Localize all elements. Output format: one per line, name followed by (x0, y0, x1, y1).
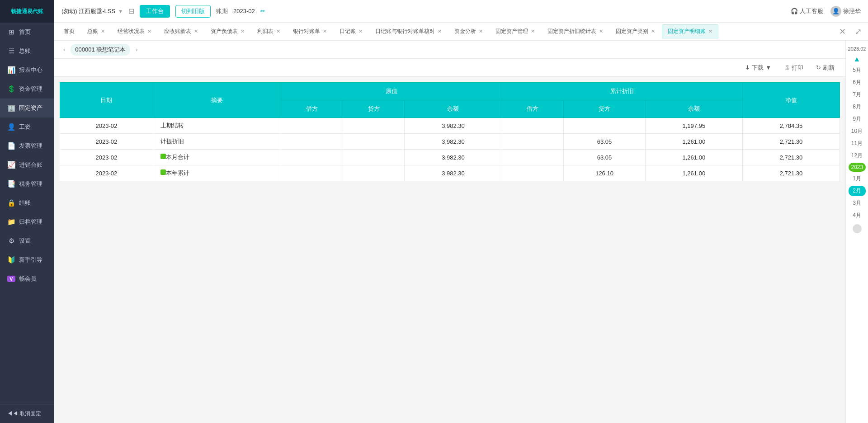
nav-prev-arrow[interactable]: ‹ (61, 44, 67, 55)
download-button[interactable]: ⬇ 下载 ▼ (741, 62, 775, 74)
archive-icon: 📁 (7, 218, 15, 226)
cell-date: 2023-02 (60, 150, 153, 165)
cell-orig-credit (343, 118, 405, 134)
tab-journal-bank[interactable]: 日记账与银行对账单核对 ✕ (369, 24, 448, 38)
tab-close-bank[interactable]: ✕ (323, 28, 327, 34)
period-edit-icon[interactable]: ✏ (260, 8, 265, 14)
right-panel-month-5[interactable]: 5月 (849, 65, 866, 75)
sidebar-footer-unpin[interactable]: ◀◀ 取消固定 (0, 404, 54, 423)
tab-fixed-type[interactable]: 固定资产类别 ✕ (610, 24, 661, 38)
right-panel-month-2[interactable]: 2月 (849, 186, 866, 196)
tab-close-fixed-mgmt[interactable]: ✕ (531, 28, 535, 34)
tab-close-fixed-type[interactable]: ✕ (651, 28, 655, 34)
breadcrumb-asset[interactable]: 000001 联想笔记本 (71, 44, 130, 56)
tab-capital[interactable]: 资金分析 ✕ (448, 24, 489, 38)
sidebar-item-close[interactable]: 🔒 结账 (0, 193, 54, 212)
right-panel-month-8[interactable]: 8月 (849, 102, 866, 112)
refresh-button[interactable]: ↻ 刷新 (812, 62, 838, 74)
cell-orig-credit (343, 134, 405, 150)
right-panel-month-10[interactable]: 10月 (849, 126, 866, 136)
tab-home[interactable]: 首页 (58, 24, 80, 38)
th-summary: 摘要 (153, 83, 281, 118)
cell-orig-credit (343, 150, 405, 165)
sidebar-item-sales[interactable]: 📈 进销台账 (0, 155, 54, 174)
tab-fixed-detail[interactable]: 固定资产明细账 ✕ (662, 24, 718, 38)
tab-close-fixed-detail[interactable]: ✕ (708, 28, 712, 34)
right-panel-month-6[interactable]: 6月 (849, 77, 866, 88)
tab-close-fixed-depr[interactable]: ✕ (599, 28, 603, 34)
sidebar-item-home[interactable]: ⊞ 首页 (0, 23, 54, 42)
tab-close-receivable[interactable]: ✕ (194, 28, 198, 34)
salary-icon: 👤 (7, 123, 15, 131)
right-panel-month-12[interactable]: 12月 (849, 150, 866, 161)
tab-close-all-btn[interactable]: ✕ (836, 26, 849, 38)
right-panel-month-7[interactable]: 7月 (849, 89, 866, 100)
th-orig-balance: 余额 (405, 100, 502, 118)
switch-old-button[interactable]: 切到旧版 (175, 5, 211, 18)
settings-icon: ⚙ (7, 237, 15, 245)
sidebar-item-invoice[interactable]: 📄 发票管理 (0, 136, 54, 155)
tab-fixed-mgmt[interactable]: 固定资产管理 ✕ (490, 24, 541, 38)
cell-orig-credit (343, 165, 405, 181)
tab-close-journal-bank[interactable]: ✕ (438, 28, 442, 34)
right-panel-month-3[interactable]: 3月 (849, 198, 866, 208)
cell-summary: 上期结转 (153, 118, 281, 134)
sidebar-item-guide[interactable]: 🔰 新手引导 (0, 250, 54, 269)
tabbar: 首页 总账 ✕ 经营状况表 ✕ 应收账龄表 ✕ 资产负债表 ✕ 利润表 ✕ 银行… (54, 23, 868, 41)
cell-orig-balance: 3,982.30 (405, 150, 502, 165)
copy-icon[interactable]: ⊟ (128, 7, 134, 15)
tab-profit[interactable]: 利润表 ✕ (251, 24, 286, 38)
right-panel-month-9[interactable]: 9月 (849, 114, 866, 124)
sidebar-item-settings[interactable]: ⚙ 设置 (0, 231, 54, 250)
tab-bank[interactable]: 银行对账单 ✕ (287, 24, 333, 38)
home-icon: ⊞ (7, 28, 15, 36)
cell-accum-balance: 1,261.00 (645, 134, 742, 150)
tab-fixed-depr[interactable]: 固定资产折旧统计表 ✕ (542, 24, 609, 38)
sidebar-item-ledger[interactable]: ☰ 总账 (0, 42, 54, 61)
right-panel-month-4[interactable]: 4月 (849, 210, 866, 221)
tab-close-capital[interactable]: ✕ (479, 28, 483, 34)
company-selector[interactable]: (勿动) 江西服垂-LSS ▼ (61, 7, 123, 15)
th-original-value: 原值 (281, 83, 502, 100)
sales-icon: 📈 (7, 161, 15, 169)
sidebar-item-reports[interactable]: 📊 报表中心 (0, 61, 54, 80)
right-panel-scroll-up[interactable]: ▲ (854, 55, 861, 63)
cell-orig-balance: 3,982.30 (405, 118, 502, 134)
print-icon: 🖨 (784, 64, 790, 71)
tab-close-journal[interactable]: ✕ (359, 28, 363, 34)
print-button[interactable]: 🖨 打印 (780, 62, 807, 74)
right-panel-month-11[interactable]: 11月 (849, 138, 866, 149)
sidebar-item-tax[interactable]: 📑 税务管理 (0, 174, 54, 193)
sidebar-item-member[interactable]: V 畅会员 (0, 269, 54, 288)
download-chevron: ▼ (765, 64, 771, 71)
workbench-button[interactable]: 工作台 (140, 5, 170, 18)
cell-net-value: 2,721.30 (742, 165, 840, 181)
tab-close-balance[interactable]: ✕ (241, 28, 245, 34)
tab-ledger[interactable]: 总账 ✕ (81, 24, 111, 38)
guide-icon: 🔰 (7, 256, 15, 264)
tab-close-business[interactable]: ✕ (147, 28, 151, 34)
cell-orig-debit (281, 134, 343, 150)
tab-maximize-btn[interactable]: ⤢ (852, 26, 864, 38)
tabbar-actions: ✕ ⤢ (836, 26, 864, 38)
tab-close-profit[interactable]: ✕ (276, 28, 280, 34)
tab-journal[interactable]: 日记账 ✕ (334, 24, 368, 38)
tab-business[interactable]: 经营状况表 ✕ (112, 24, 157, 38)
sidebar-item-fixed[interactable]: 🏢 固定资产 (0, 99, 54, 118)
cell-orig-balance: 3,982.30 (405, 134, 502, 150)
support-icon: 🎧 (791, 8, 798, 14)
right-panel-month-1[interactable]: 1月 (849, 174, 866, 184)
user-profile[interactable]: 👤 徐泾华 (830, 6, 861, 17)
pin-icon: ◀◀ (7, 410, 18, 417)
user-avatar-icon: 👤 (830, 6, 841, 17)
tab-balance[interactable]: 资产负债表 ✕ (205, 24, 250, 38)
sidebar-item-salary[interactable]: 👤 工资 (0, 118, 54, 136)
sidebar-item-archive[interactable]: 📁 归档管理 (0, 212, 54, 231)
support-btn[interactable]: 🎧 人工客服 (791, 7, 823, 15)
tab-receivable[interactable]: 应收账龄表 ✕ (158, 24, 204, 38)
sidebar-item-capital[interactable]: 💲 资金管理 (0, 80, 54, 99)
tab-close-ledger[interactable]: ✕ (101, 28, 105, 34)
nav-next-arrow[interactable]: › (134, 44, 139, 55)
reports-icon: 📊 (7, 66, 15, 74)
right-panel-year-2023[interactable]: 2023 (849, 163, 866, 172)
